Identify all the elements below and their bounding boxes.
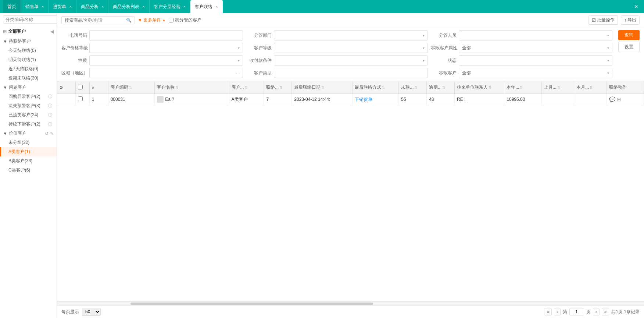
next-page-btn[interactable]: › [593,308,600,315]
collapse-icon[interactable]: ◀ [50,29,54,34]
retail-attr-select[interactable]: 全部 ▾ [459,43,612,53]
td-last-contact-method[interactable]: 下销货单 [352,94,399,105]
th-last-month[interactable]: 上月... ⇅ [541,81,574,94]
last-contact-method-link[interactable]: 下销货单 [355,97,372,102]
tab-customer-segment[interactable]: 客户分层经营 × [150,0,190,13]
qr-action-icon[interactable]: ⊞ [617,96,621,102]
page-suffix: 页 [586,309,591,315]
customer-type-input[interactable] [274,68,427,78]
dept-select[interactable]: ▾ [274,30,427,40]
sidebar-item-churned[interactable]: 已流失客户(24) ⓘ [0,110,57,120]
region-label: 区域（地区） [61,70,87,76]
sidebar-item-repurchase-abnormal[interactable]: 回购异常客户(2) ⓘ [0,92,57,101]
th-this-year[interactable]: 本年... ⇅ [504,81,541,94]
tab-home[interactable]: 首页 [3,0,21,13]
sidebar-search-input[interactable] [3,15,57,24]
filter-more-btn[interactable]: ▼ 更多条件 ▲ [138,17,166,23]
sidebar-item-declining[interactable]: 持续下滑客户(2) ⓘ [0,120,57,129]
row-checkbox[interactable] [78,96,83,101]
th-unit-contact-sort: ⇅ [489,85,491,89]
query-button[interactable]: 查询 [618,30,640,40]
filter-field-dept: 分管部门 ▾ [246,30,427,40]
tab-purchase[interactable]: 进货单 × [49,0,76,13]
th-checkbox[interactable] [76,81,90,94]
payment-select[interactable]: ▾ [274,55,427,66]
td-last-month [541,94,574,105]
settings-icon[interactable]: ⚙ [59,85,63,90]
tab-goods-analysis[interactable]: 商品分析 × [76,0,108,13]
td-checkbox[interactable] [76,94,90,105]
horizontal-scrollbar[interactable] [57,301,644,305]
tab-customer-contact[interactable]: 客户联络 × [190,0,222,13]
last-page-btn[interactable]: » [602,308,609,315]
nature-select[interactable]: ▾ [89,55,243,66]
sidebar-item-c-class[interactable]: C类客户(6) [0,166,57,175]
toolbar-search-icon[interactable]: 🔍 [126,18,132,23]
my-customers-checkbox[interactable] [169,18,173,22]
tab-sales-close[interactable]: × [42,4,44,9]
prev-page-btn[interactable]: ‹ [554,308,561,315]
chat-action-icon[interactable]: 💬 [609,96,615,102]
toolbar-search-input[interactable] [65,18,125,23]
td-customer-type: A类客户 [229,94,264,105]
per-page-select[interactable]: 50 100 200 [82,308,101,316]
first-page-btn[interactable]: « [544,308,552,315]
th-contacts[interactable]: 联络... ⇅ [264,81,292,94]
retail-attr-label: 零散客户属性 [431,45,457,51]
batch-operation-btn[interactable]: ☑ 批量操作 [588,15,618,25]
tab-purchase-close[interactable]: × [69,4,71,9]
th-settings[interactable]: ⚙ [57,81,76,94]
customer-name-text: Ea ? [165,97,174,102]
sidebar-item-overdue-pending[interactable]: 逾期未联络(30) [0,74,57,83]
sidebar-item-ungrouped[interactable]: 未分组(32) [0,138,57,147]
th-name[interactable]: 客户名称 ⇅ [155,81,229,94]
price-level-select[interactable]: ▾ [89,43,243,53]
sidebar-item-tomorrow-pending[interactable]: 明天待联络(1) [0,55,57,64]
phone-input[interactable] [89,30,243,40]
th-not-contacted[interactable]: 未联... ⇅ [399,81,427,94]
tab-goods-analysis-list-close[interactable]: × [142,4,144,9]
sidebar-group-problem[interactable]: ▼ 问题客户 [0,83,57,92]
tab-goods-analysis-close[interactable]: × [101,4,104,9]
close-all-button[interactable]: × [631,3,641,11]
th-this-year-sort: ⇅ [520,85,523,89]
retail-select[interactable]: 全部 ▾ [459,68,612,78]
sidebar-item-a-class[interactable]: A类客户(1) [0,147,57,156]
sidebar-item-today-pending[interactable]: 今天待联络(0) [0,46,57,55]
page-input[interactable] [569,308,584,315]
tab-sales[interactable]: 销售单 × [21,0,49,13]
select-all-checkbox[interactable] [78,85,83,89]
value-arrow: ▼ [3,131,7,136]
th-code[interactable]: 客户编码 ⇅ [108,81,155,94]
sidebar-item-churn-warning[interactable]: 流失预警客户(3) ⓘ [0,101,57,110]
th-last-contact-method[interactable]: 最后联络方式 ⇅ [352,81,399,94]
refresh-icon[interactable]: ↺ [45,131,49,136]
filter-row-4: 区域（地区） ··· 客户类型 零散客户 [61,68,612,78]
person-select[interactable]: ··· [459,30,612,40]
sidebar-group-pending-contact[interactable]: ▼ 待联络客户 [0,37,57,46]
settings-button[interactable]: 设置 [618,42,640,52]
export-btn[interactable]: ↑ 导出 [621,15,640,25]
region-select[interactable]: ··· [89,68,243,78]
customer-level-select[interactable]: ▾ [274,43,427,53]
status-select[interactable]: ▾ [459,55,612,66]
tab-customer-segment-close[interactable]: × [183,4,186,9]
tab-customer-contact-close[interactable]: × [215,4,218,9]
tab-goods-analysis-list[interactable]: 商品分析列表 × [108,0,149,13]
th-customer-type[interactable]: 客户... ⇅ [229,81,264,94]
th-this-month[interactable]: 本月... ⇅ [574,81,607,94]
th-last-contact-date[interactable]: 最后联络日期 ⇅ [292,81,352,94]
sidebar-group-value[interactable]: ▼ 价值客户 ↺ ✎ [0,129,57,138]
problem-arrow: ▼ [3,85,7,90]
th-unit-contact[interactable]: 往来单位联系人 ⇅ [455,81,504,94]
my-customers-filter[interactable]: 我分管的客户 [169,17,201,23]
info-icon-1: ⓘ [48,103,52,109]
sidebar-item-b-class[interactable]: B类客户(33) [0,156,57,166]
all-customers-header[interactable]: ⊞ 全部客户 ◀ [0,26,57,37]
edit-icon[interactable]: ✎ [50,131,54,136]
sidebar: 🔍 ⊞ 全部客户 ◀ ▼ 待联络客户 今天待联络(0) 明天待联络(1) 近7天… [0,13,57,318]
customer-type-label: 客户类型 [246,70,272,76]
scrollbar-thumb[interactable] [130,303,373,305]
th-overdue[interactable]: 逾期... ⇅ [427,81,455,94]
sidebar-item-7days-pending[interactable]: 近7天待联络(0) [0,64,57,74]
